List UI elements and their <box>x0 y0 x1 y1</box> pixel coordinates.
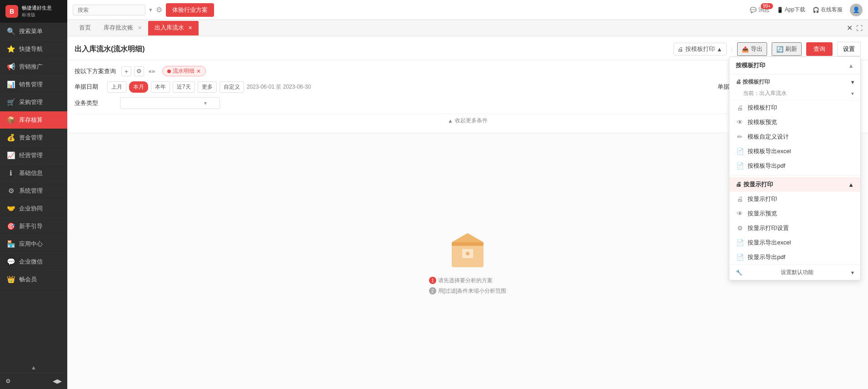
display-section-icon: 🖨 <box>736 181 742 188</box>
template-section-arrow[interactable]: ▾ <box>851 79 854 85</box>
step-2-num: 2 <box>429 287 436 294</box>
message-badge: 99+ <box>761 3 773 9</box>
tab-batch-close-icon[interactable]: ✕ <box>138 25 142 30</box>
sidebar-collapse-icon[interactable]: ◀▶ <box>53 378 62 384</box>
flow-tag-close[interactable]: ✕ <box>196 68 201 75</box>
template-custom-label: 模板自定义设计 <box>748 133 789 141</box>
tab-flow-close-icon[interactable]: ✕ <box>188 25 192 30</box>
message-button[interactable]: 💬 消息 99+ <box>750 6 769 14</box>
refresh-button[interactable]: 🔄 刷新 <box>772 42 802 56</box>
tab-home[interactable]: 首页 <box>73 21 97 35</box>
sidebar-item-inventory[interactable]: 📦 库存核算 <box>0 111 67 129</box>
display-section-arrow[interactable]: ▲ <box>848 181 854 188</box>
sidebar-item-label: 营销推广 <box>19 63 43 71</box>
app-logo-icon: B <box>5 5 18 18</box>
filter-settings-button[interactable]: ⚙ <box>134 66 144 76</box>
page-header: 出入库流水(流水明细) 🖨 按模板打印 ▲ | 📤 导出 🔄 刷新 <box>67 36 868 60</box>
filter-add-button[interactable]: + <box>121 66 131 76</box>
sidebar-item-quick-nav[interactable]: ⭐ 快捷导航 <box>0 40 67 58</box>
search-menu-icon: 🔍 <box>6 27 15 35</box>
dropdown-section-display: 🖨 按显示打印 ▲ <box>729 177 860 192</box>
sidebar-item-guide[interactable]: 🎯 新手引导 <box>0 218 67 235</box>
flow-tag-label: 流水明细 <box>173 67 195 75</box>
sidebar-item-label: 新手引导 <box>19 222 43 230</box>
sidebar-item-member[interactable]: 👑 畅会员 <box>0 271 67 289</box>
date-range-display: 2023-06-01 至 2023-06-30 <box>247 83 311 91</box>
biz-type-label: 业务类型 <box>75 99 102 107</box>
sidebar-item-label: 销售管理 <box>19 80 43 89</box>
print-template-button[interactable]: 🖨 按模板打印 ▲ <box>673 43 727 55</box>
dropdown-collapse-icon[interactable]: ▲ <box>848 62 854 69</box>
flow-detail-tag[interactable]: 流水明细 ✕ <box>162 66 206 76</box>
cooperation-icon: 🤝 <box>6 204 15 213</box>
topbar-search-input[interactable] <box>73 5 145 15</box>
query-button[interactable]: 查询 <box>806 42 833 56</box>
dropdown-item-display-settings[interactable]: ⚙ 按显示打印设置 <box>729 221 860 235</box>
sidebar-item-cooperation[interactable]: 🤝 企业协同 <box>0 200 67 218</box>
sidebar-item-search-menu[interactable]: 🔍 搜索菜单 <box>0 23 67 40</box>
industry-btn[interactable]: 体验行业方案 <box>166 3 214 17</box>
filter-collapse-icon[interactable]: «» <box>147 66 157 76</box>
sidebar-item-basic[interactable]: ℹ 基础信息 <box>0 165 67 182</box>
sidebar-bottom: ⚙ ◀▶ <box>0 373 67 389</box>
sidebar-item-purchase[interactable]: 🛒 采购管理 <box>0 94 67 111</box>
sales-icon: 📊 <box>6 80 15 89</box>
dropdown-item-template-custom[interactable]: ✏ 模板自定义设计 <box>729 130 860 144</box>
date-btn-this-year[interactable]: 本年 <box>151 81 170 93</box>
sidebar-scroll-up[interactable]: ▲ <box>0 362 67 373</box>
window-expand-icon[interactable]: ⛶ <box>856 25 863 32</box>
app-download-icon: 📱 <box>777 7 783 13</box>
export-button[interactable]: 📤 导出 <box>737 42 767 56</box>
tab-batch[interactable]: 库存批次账 ✕ <box>97 21 148 35</box>
biz-type-select[interactable]: ▾ <box>120 97 220 109</box>
display-pdf-icon: 📄 <box>736 254 744 261</box>
dropdown-item-template-preview[interactable]: 👁 按模板预览 <box>729 115 860 130</box>
sidebar-item-label: 基础信息 <box>19 169 43 177</box>
sidebar-item-app-center[interactable]: 🏪 应用中心 <box>0 235 67 253</box>
refresh-label: 刷新 <box>785 45 797 53</box>
sidebar-item-wechat[interactable]: 💬 企业微信 <box>0 253 67 271</box>
dropdown-item-display-preview[interactable]: 👁 按显示预览 <box>729 206 860 221</box>
current-label: 当前：出入库流水 <box>743 90 787 97</box>
sidebar-item-system[interactable]: ⚙ 系统管理 <box>0 182 67 200</box>
display-print-label: 按显示打印 <box>748 195 777 203</box>
sidebar-item-operations[interactable]: 📈 经营管理 <box>0 147 67 165</box>
dropdown-item-template-print[interactable]: 🖨 按模板打印 <box>729 100 860 115</box>
app-download-button[interactable]: 📱 App下载 <box>777 6 805 14</box>
sidebar-settings-icon[interactable]: ⚙ <box>5 378 11 384</box>
display-preview-icon: 👁 <box>736 210 744 217</box>
date-btn-this-month[interactable]: 本月 <box>129 81 148 93</box>
online-service-button[interactable]: 🎧 在线客服 <box>813 6 843 14</box>
display-preview-label: 按显示预览 <box>748 209 777 218</box>
dropdown-item-display-excel[interactable]: 📄 按显示导出excel <box>729 235 860 250</box>
footer-settings-arrow: ▾ <box>851 269 854 276</box>
sidebar-item-label: 畅会员 <box>19 275 37 284</box>
dropdown-item-template-pdf[interactable]: 📄 按模板导出pdf <box>729 159 860 173</box>
window-close-icon[interactable]: ✕ <box>847 24 853 32</box>
dropdown-item-display-pdf[interactable]: 📄 按显示导出pdf <box>729 250 860 264</box>
topbar-dropdown-icon[interactable]: ▾ <box>149 6 152 13</box>
date-btn-custom[interactable]: 自定义 <box>219 81 244 93</box>
service-icon: 🎧 <box>813 7 819 13</box>
sidebar-item-marketing[interactable]: 📢 营销推广 <box>0 58 67 76</box>
date-btn-more[interactable]: 更多 <box>198 81 217 93</box>
collapse-link[interactable]: ▲ 收起更多条件 <box>448 117 488 125</box>
date-btn-last-month[interactable]: 上月 <box>107 81 126 93</box>
marketing-icon: 📢 <box>6 63 15 71</box>
dropdown-item-template-excel[interactable]: 📄 按模板导出excel <box>729 144 860 159</box>
date-btn-7days[interactable]: 近7天 <box>173 81 195 93</box>
tab-flow[interactable]: 出入库流水 ✕ <box>148 21 199 35</box>
user-avatar[interactable]: 👤 <box>850 4 863 16</box>
dropdown-footer-settings[interactable]: 🔧 设置默认功能 ▾ <box>729 264 860 280</box>
sidebar-item-sales[interactable]: 📊 销售管理 <box>0 76 67 94</box>
dropdown-header: 按模板打印 ▲ <box>729 57 860 75</box>
topbar-gear-icon[interactable]: ⚙ <box>156 5 162 14</box>
settings-button[interactable]: 设置 <box>837 42 861 56</box>
template-excel-icon: 📄 <box>736 148 744 155</box>
sidebar-item-finance[interactable]: 💰 资金管理 <box>0 129 67 147</box>
template-print-icon: 🖨 <box>736 104 744 111</box>
filter-label: 按以下方案查询 <box>75 67 116 75</box>
sidebar-item-label: 搜索菜单 <box>19 27 43 35</box>
operations-icon: 📈 <box>6 151 15 160</box>
dropdown-item-display-print[interactable]: 🖨 按显示打印 <box>729 192 860 206</box>
